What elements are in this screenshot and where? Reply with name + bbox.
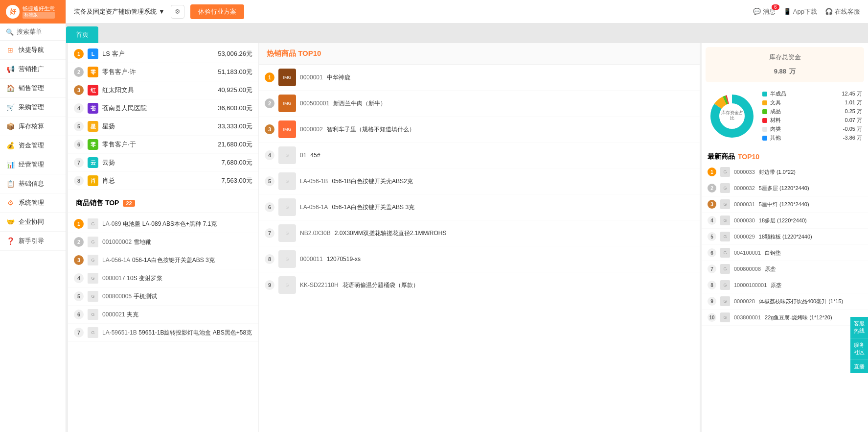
customer-avatar: 肖	[88, 175, 98, 186]
legend-color	[762, 118, 767, 123]
latest-top10-label: TOP10	[738, 153, 759, 161]
hot-product-name: 花语萌偷温分题桶袋（厚款）	[343, 281, 694, 289]
customer-amount: 7,563.00元	[221, 176, 252, 185]
rank-item: 5 星 星扬 33,333.00元	[68, 118, 258, 136]
finance-icon: 💰	[6, 141, 15, 150]
product-image: G	[88, 273, 98, 284]
trial-button[interactable]: 体验行业方案	[190, 4, 244, 19]
sidebar-item-system[interactable]: ⚙ 系统管理	[0, 193, 66, 213]
legend-name: 半成品	[770, 90, 839, 97]
hot-rank-num: 7	[265, 228, 274, 238]
hot-product-img: IMG	[278, 69, 296, 86]
sidebar-item-cooperation[interactable]: 🤝 企业协同	[0, 213, 66, 232]
hot-product-img: G	[278, 276, 296, 294]
float-service-button[interactable]: 客服 热线	[850, 317, 868, 338]
hot-product-code: 0000001	[300, 74, 323, 81]
rank-number: 5	[74, 121, 84, 131]
hot-item: 4 G 01 45#	[259, 143, 700, 168]
customer-name: 苍南县人民医院	[102, 104, 214, 113]
rank-item: 8 肖 肖总 7,563.00元	[68, 172, 258, 190]
inventory-amount: 9.88 万	[713, 64, 856, 76]
latest-item: 6 G 004100001 白钢垫	[702, 245, 868, 261]
rank-number: 3	[74, 255, 84, 265]
customer-avatar: 零	[88, 139, 98, 150]
legend-name: 成品	[770, 108, 842, 115]
hot-product-name: 12070519-xs	[327, 256, 694, 263]
inventory-icon: 📦	[6, 122, 15, 131]
customer-amount: 40,925.00元	[218, 86, 252, 95]
latest-rank-num: 3	[708, 200, 716, 209]
tab-home[interactable]: 首页	[66, 26, 98, 43]
hot-rank-num: 8	[265, 254, 274, 264]
inventory-total-card: 库存总资金 9.88 万	[706, 47, 864, 82]
sidebar-item-basic[interactable]: 📋 基础信息	[0, 174, 66, 193]
hot-product-img: IMG	[278, 120, 296, 138]
rank-number: 2	[74, 67, 84, 77]
mid-col-inner: 1 L LS 客户 53,006.26元 2 零 零售客户·许 51,183.0…	[68, 43, 700, 432]
product-code: LA-056-1A	[102, 257, 130, 264]
sidebar-item-guide[interactable]: ❓ 新手引导	[0, 232, 66, 251]
rank-item: 2 零 零售客户·许 51,183.00元	[68, 63, 258, 81]
online-service-button[interactable]: 🎧 在线客服	[825, 7, 860, 16]
rank-number: 3	[74, 85, 84, 95]
product-name: 59651-1B旋转投影灯电池盒 ABS黑色+58克	[138, 329, 252, 336]
latest-rank-num: 8	[708, 281, 716, 289]
legend-color	[762, 100, 767, 105]
sidebar-item-marketing[interactable]: 📢 营销推广	[0, 60, 66, 79]
sidebar-item-quick[interactable]: ⊞ 快捷导航	[0, 41, 66, 60]
hot-product-code: 01	[300, 152, 306, 159]
hot-rank-num: 6	[265, 202, 274, 212]
legend-name: 文具	[770, 99, 842, 106]
product-ranking-header: 商品销售 TOP 22	[68, 194, 258, 213]
search-menu[interactable]: 🔍 搜索菜单	[0, 24, 66, 41]
customer-avatar: 红	[88, 85, 98, 96]
hot-product-code: LA-056-1A	[300, 204, 328, 211]
rank-item: 7 云 云扬 7,680.00元	[68, 154, 258, 172]
latest-code: 0000028	[734, 298, 755, 304]
product-name: 10S 变射罗浆	[127, 275, 162, 282]
product-image: G	[88, 255, 98, 265]
hot-product-code: LA-056-1B	[300, 178, 328, 185]
mid-left: 1 L LS 客户 53,006.26元 2 零 零售客户·许 51,183.0…	[68, 43, 259, 432]
latest-code: 0000031	[734, 201, 755, 207]
legend-name: 材料	[770, 117, 842, 124]
system-name-dropdown[interactable]: 装备及固定资产辅助管理系统 ▼	[74, 7, 165, 16]
product-code: 000800005	[102, 293, 132, 300]
customer-amount: 33,333.00元	[218, 122, 252, 131]
product-name: 夹克	[127, 311, 138, 318]
latest-code: 004100001	[734, 250, 761, 256]
sidebar-item-operation[interactable]: 📊 经营管理	[0, 155, 66, 174]
hot-product-code: NB2.0X30B	[300, 230, 331, 237]
sidebar-item-inventory[interactable]: 📦 库存核算	[0, 117, 66, 136]
rank-number: 6	[74, 310, 84, 319]
hot-item: 3 IMG 0000002 智利车子里（规格不知道填什么）	[259, 117, 700, 143]
rank-number: 8	[74, 176, 84, 186]
inventory-value: 9.88	[774, 68, 786, 75]
product-name: 雪地靴	[134, 239, 151, 245]
rank-number: 1	[74, 49, 84, 59]
rank-number: 6	[74, 140, 84, 149]
float-service-button[interactable]: 服务 社区	[850, 338, 868, 360]
hot-item: 5 G LA-056-1B 056-1B白色按键开关壳ABS2克	[259, 168, 700, 194]
sidebar-item-finance[interactable]: 💰 资金管理	[0, 136, 66, 155]
hot-product-img: G	[278, 198, 296, 216]
hot-products-section: 热销商品 TOP10 1 IMG 0000001 中华神鹿 2 IMG 0005…	[259, 43, 700, 432]
settings-button[interactable]: ⚙	[171, 5, 184, 19]
latest-code: 10000100001	[734, 282, 767, 288]
customer-amount: 21,680.00元	[218, 140, 252, 149]
hot-product-img: IMG	[278, 95, 296, 112]
sidebar-label-quick: 快捷导航	[19, 46, 44, 54]
messages-button[interactable]: 💬 消息 6	[753, 7, 776, 16]
customer-amount: 53,006.26元	[218, 49, 252, 58]
sidebar-label-marketing: 营销推广	[19, 65, 44, 73]
sidebar-item-sales[interactable]: 🏠 销售管理	[0, 79, 66, 98]
sidebar-nav: ⊞ 快捷导航 📢 营销推广 🏠 销售管理 🛒 采购管理 📦 库存核算 💰 资金管…	[0, 41, 66, 251]
customer-avatar: 零	[88, 67, 98, 77]
latest-code: 003800001	[734, 314, 761, 320]
sidebar-item-purchase[interactable]: 🛒 采购管理	[0, 98, 66, 117]
product-rank-item: 1 G LA-089 电池盖 LA-089 ABS本色+黑种 7.1克	[68, 215, 258, 233]
float-service-button[interactable]: 直播	[850, 360, 868, 373]
legend-value: -0.05 万	[843, 125, 862, 133]
app-download-button[interactable]: 📱 App下载	[783, 7, 817, 16]
operation-icon: 📊	[6, 160, 15, 169]
